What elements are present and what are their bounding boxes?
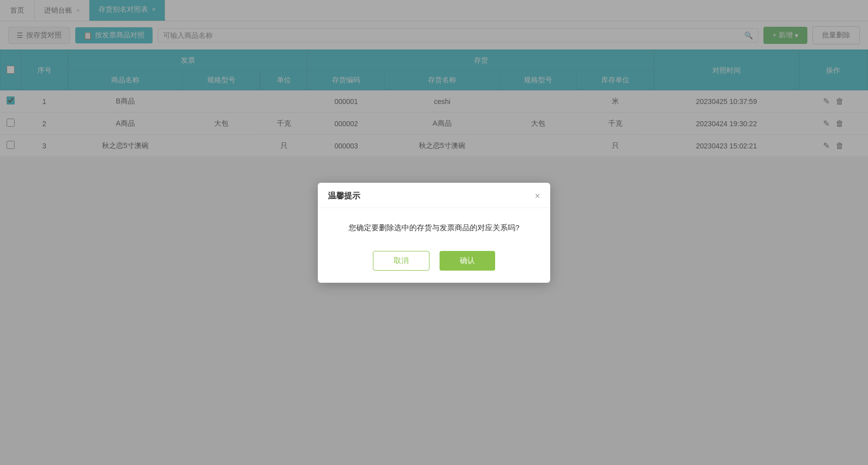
dialog-overlay: 温馨提示 × 您确定要删除选中的存货与发票商品的对应关系吗? 取消 确认 <box>0 0 868 157</box>
